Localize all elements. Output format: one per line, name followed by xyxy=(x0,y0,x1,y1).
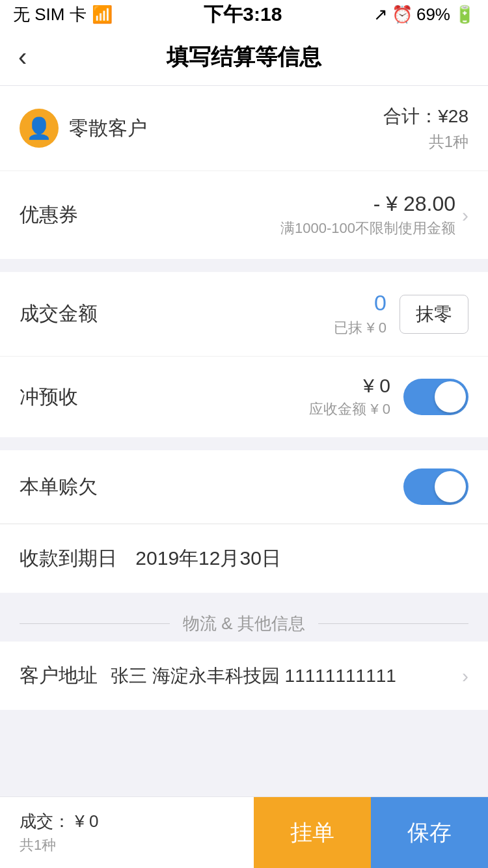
transaction-row: 成交金额 0 已抹 ¥ 0 抹零 xyxy=(0,272,488,357)
debt-row: 本单赊欠 xyxy=(0,450,488,524)
address-value: 张三 海淀永丰科技园 11111111111 xyxy=(111,664,462,688)
address-label: 客户地址 xyxy=(20,662,98,689)
debt-right xyxy=(403,468,468,505)
total-amount: 合计：¥28 xyxy=(383,104,468,129)
customer-info: 👤 零散客户 xyxy=(20,109,147,148)
prepayment-row: 冲预收 ¥ 0 应收金额 ¥ 0 xyxy=(0,357,488,437)
customer-name: 零散客户 xyxy=(69,115,147,142)
address-row[interactable]: 客户地址 张三 海淀永丰科技园 11111111111 › xyxy=(0,642,488,710)
alarm-icon: ⏰ xyxy=(392,5,413,25)
divider-line-left xyxy=(20,623,170,624)
coupon-value: - ¥ 28.00 xyxy=(280,192,455,216)
deal-label: 成交： xyxy=(20,811,70,831)
prepayment-toggle[interactable] xyxy=(403,379,468,415)
bottom-count: 共1种 xyxy=(20,835,234,855)
transaction-label: 成交金额 xyxy=(20,301,98,327)
due-date-row: 收款到期日 2019年12月30日 xyxy=(0,524,488,593)
save-label: 保存 xyxy=(407,818,452,848)
bottom-info: 成交： ¥ 0 共1种 xyxy=(0,797,254,868)
content-area: 👤 零散客户 合计：¥28 共1种 优惠券 - ¥ 28.00 满1000-10… xyxy=(0,86,488,801)
coupon-info: - ¥ 28.00 满1000-100不限制使用金额 xyxy=(280,192,455,238)
customer-row: 👤 零散客户 合计：¥28 共1种 xyxy=(0,86,488,170)
logistics-divider: 物流 & 其他信息 xyxy=(0,606,488,642)
coupon-row[interactable]: 优惠券 - ¥ 28.00 满1000-100不限制使用金额 › xyxy=(0,170,488,259)
amount-display: 0 已抹 ¥ 0 xyxy=(334,290,386,338)
avatar-icon: 👤 xyxy=(26,116,52,141)
prepay-amount: ¥ 0 xyxy=(363,375,390,397)
divider-line-right xyxy=(318,623,468,624)
prepayment-label: 冲预收 xyxy=(20,384,78,411)
due-date-value[interactable]: 2019年12月30日 xyxy=(135,547,280,569)
transaction-section: 成交金额 0 已抹 ¥ 0 抹零 冲预收 ¥ 0 应收金额 ¥ 0 xyxy=(0,272,488,437)
bottom-btn-group: 挂单 保存 xyxy=(254,797,488,868)
due-date-label: 收款到期日 xyxy=(20,547,117,569)
prepay-info: ¥ 0 应收金额 ¥ 0 xyxy=(309,375,390,419)
debt-toggle-knob xyxy=(435,471,466,502)
transaction-right: 0 已抹 ¥ 0 抹零 xyxy=(334,290,468,338)
debt-toggle[interactable] xyxy=(403,468,468,505)
logistics-label: 物流 & 其他信息 xyxy=(183,612,305,635)
round-down-button[interactable]: 抹零 xyxy=(400,295,468,334)
address-chevron: › xyxy=(462,665,468,687)
deal-amount: ¥ 0 xyxy=(75,811,98,831)
coupon-chevron: › xyxy=(462,204,468,226)
coupon-label: 优惠券 xyxy=(20,202,78,228)
prepay-sub: 应收金额 ¥ 0 xyxy=(309,400,390,419)
hang-button[interactable]: 挂单 xyxy=(254,797,371,868)
customer-total: 合计：¥28 共1种 xyxy=(383,104,468,152)
battery-level: 69% xyxy=(416,5,450,25)
coupon-desc: 满1000-100不限制使用金额 xyxy=(280,219,455,238)
customer-card: 👤 零散客户 合计：¥28 共1种 优惠券 - ¥ 28.00 满1000-10… xyxy=(0,86,488,259)
coupon-right: - ¥ 28.00 满1000-100不限制使用金额 › xyxy=(280,192,468,238)
transaction-sub: 已抹 ¥ 0 xyxy=(334,318,386,338)
transaction-value[interactable]: 0 xyxy=(374,290,386,316)
status-right: ↗ ⏰ 69% 🔋 xyxy=(373,5,475,25)
debt-section: 本单赊欠 收款到期日 2019年12月30日 xyxy=(0,450,488,593)
status-time: 下午3:18 xyxy=(204,1,282,28)
nav-bar: ‹ 填写结算等信息 xyxy=(0,29,488,86)
hang-label: 挂单 xyxy=(290,818,334,848)
avatar: 👤 xyxy=(20,109,59,148)
status-carrier: 无 SIM 卡 📶 xyxy=(13,3,113,26)
back-button[interactable]: ‹ xyxy=(18,42,27,72)
bottom-deal: 成交： ¥ 0 xyxy=(20,810,234,833)
page-title: 填写结算等信息 xyxy=(167,42,321,72)
save-button[interactable]: 保存 xyxy=(371,797,488,868)
battery-icon: 🔋 xyxy=(454,5,475,25)
wifi-icon: 📶 xyxy=(92,5,113,25)
bottom-bar: 成交： ¥ 0 共1种 挂单 保存 xyxy=(0,796,488,868)
debt-label: 本单赊欠 xyxy=(20,474,98,500)
status-bar: 无 SIM 卡 📶 下午3:18 ↗ ⏰ 69% 🔋 xyxy=(0,0,488,29)
logistics-section: 物流 & 其他信息 xyxy=(0,606,488,642)
total-count: 共1种 xyxy=(383,131,468,152)
prepayment-right: ¥ 0 应收金额 ¥ 0 xyxy=(309,375,468,419)
toggle-knob xyxy=(435,381,466,413)
location-icon: ↗ xyxy=(373,5,388,25)
